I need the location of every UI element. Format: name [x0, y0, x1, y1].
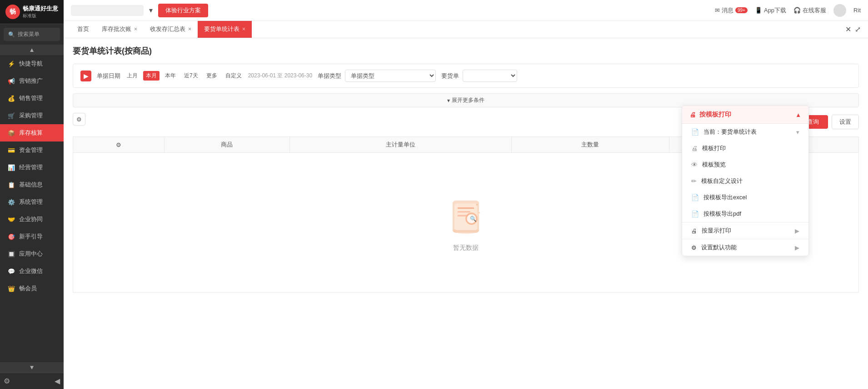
print-dropdown-header[interactable]: 🖨 按模板打印 ▲ [682, 106, 808, 124]
sidebar-item-finance[interactable]: 💳 资金管理 [0, 141, 64, 159]
svg-text:🔍: 🔍 [470, 216, 477, 222]
template-preview-item[interactable]: 👁 模板预览 [682, 157, 808, 173]
sidebar-item-enterprise-wechat[interactable]: 💬 企业微信 [0, 263, 64, 280]
col-goods: 商品 [164, 137, 289, 153]
order-type-label: 单据类型 [318, 72, 341, 80]
filter-expand-icon-button[interactable]: ▶ [80, 71, 91, 81]
tab-batch-account[interactable]: 库存批次账 × [95, 21, 144, 38]
messages-icon: ✉ [715, 7, 720, 14]
tab-close-batch-account[interactable]: × [134, 26, 137, 32]
sidebar-logo: 畅 畅康通好生意 标准版 [0, 0, 64, 24]
system-icon: ⚙️ [7, 198, 15, 206]
date-btn-prev-month[interactable]: 上月 [124, 71, 140, 81]
sidebar-item-inventory[interactable]: 📦 库存核算 [0, 124, 64, 141]
template-print-item[interactable]: 🖨 模板打印 [682, 140, 808, 157]
sidebar-item-operations[interactable]: 📊 经营管理 [0, 159, 64, 176]
app-download-item[interactable]: 📱 App下载 [755, 6, 786, 15]
sidebar-item-enterprise[interactable]: 🤝 企业协同 [0, 211, 64, 228]
newbie-icon: 🎯 [7, 232, 15, 241]
goods-select[interactable] [463, 70, 517, 82]
print-dropdown-menu: 🖨 按模板打印 ▲ 📄 当前：要货单统计表 ▾ 🖨 模板打印 👁 模板预览 ✏ [682, 106, 809, 256]
goods-filter-group: 要货单 [441, 70, 517, 82]
settings-button-main[interactable]: 设置 [832, 115, 859, 129]
date-label: 单据日期 [97, 72, 120, 80]
toolbar: ⚙ [73, 113, 85, 126]
online-service-item[interactable]: 🎧 在线客服 [793, 6, 826, 15]
col-unit: 主计量单位 [289, 137, 511, 153]
default-function-item[interactable]: ⚙ 设置默认功能 ▶ [682, 239, 808, 256]
sidebar-scroll-down-button[interactable]: ▼ [0, 362, 64, 373]
settings-button[interactable]: ⚙ [4, 377, 10, 385]
app-center-icon: 🔲 [7, 250, 15, 258]
date-range-label: 2023-06-01 至 2023-06-30 [248, 72, 312, 80]
tab-close-order-summary[interactable]: × [242, 26, 245, 32]
marketing-icon: 📢 [7, 77, 15, 85]
display-print-section: 🖨 按显示打印 ▶ [682, 222, 808, 239]
sidebar-item-app-center[interactable]: 🔲 应用中心 [0, 245, 64, 263]
col-settings[interactable]: ⚙ [73, 137, 165, 153]
phone-icon: 📱 [755, 7, 762, 14]
sidebar: 畅 畅康通好生意 标准版 🔍 搜索菜单 ▲ ⚡ 快捷导航 📢 营销推广 💰 销售… [0, 0, 64, 389]
template-export-pdf-item[interactable]: 📄 按模板导出pdf [682, 206, 808, 222]
sidebar-scroll-up-button[interactable]: ▲ [0, 45, 64, 55]
sidebar-nav: ⚡ 快捷导航 📢 营销推广 💰 销售管理 🛒 采购管理 📦 库存核算 💳 资金管… [0, 55, 64, 362]
search-menu-button[interactable]: 🔍 搜索菜单 [4, 28, 60, 41]
print-current-template-item[interactable]: 📄 当前：要货单统计表 ▾ [682, 124, 808, 140]
current-chevron-icon: ▾ [796, 129, 799, 136]
sidebar-item-quick-nav[interactable]: ⚡ 快捷导航 [0, 55, 64, 72]
order-type-select[interactable]: 单据类型 [345, 70, 436, 82]
default-function-icon: ⚙ [691, 244, 697, 251]
topbar-dropdown-button[interactable]: ▾ [149, 6, 153, 15]
date-btn-current-month[interactable]: 本月 [143, 71, 160, 81]
sidebar-item-system[interactable]: ⚙️ 系统管理 [0, 193, 64, 211]
template-preview-icon: 👁 [691, 161, 698, 168]
template-custom-icon: ✏ [691, 177, 697, 185]
sidebar-item-vip[interactable]: 👑 畅会员 [0, 280, 64, 297]
sidebar-item-basic[interactable]: 📋 基础信息 [0, 176, 64, 193]
table-settings-icon[interactable]: ⚙ [73, 113, 85, 126]
display-print-icon: 🖨 [691, 227, 697, 234]
tab-close-collection-summary[interactable]: × [188, 26, 191, 32]
date-btn-custom[interactable]: 自定义 [223, 71, 244, 81]
goods-label: 要货单 [441, 72, 459, 80]
default-function-section: ⚙ 设置默认功能 ▶ [682, 239, 808, 256]
chevron-down-icon: ▾ [447, 97, 450, 104]
avatar[interactable] [833, 4, 846, 17]
date-btn-more[interactable]: 更多 [204, 71, 220, 81]
template-export-excel-item[interactable]: 📄 按模板导出excel [682, 189, 808, 206]
date-btn-last-7-days[interactable]: 近7天 [181, 71, 201, 81]
tab-order-summary[interactable]: 要货单统计表 × [198, 21, 252, 38]
page-maximize-button[interactable]: ⤢ [855, 25, 861, 34]
display-print-item[interactable]: 🖨 按显示打印 ▶ [682, 222, 808, 239]
logo-text: 畅康通好生意 标准版 [23, 5, 58, 19]
sidebar-item-purchase[interactable]: 🛒 采购管理 [0, 107, 64, 124]
collapse-button[interactable]: ◀ [55, 377, 60, 385]
page-close-button[interactable]: ✕ [845, 25, 851, 34]
page-title: 要货单统计表(按商品) [73, 45, 859, 56]
sidebar-search-container: 🔍 搜索菜单 [0, 24, 64, 45]
date-btn-current-year[interactable]: 本年 [162, 71, 179, 81]
messages-item[interactable]: ✉ 消息 99+ [715, 6, 748, 15]
messages-badge: 99+ [735, 7, 748, 13]
trial-solution-button[interactable]: 体验行业方案 [158, 4, 208, 17]
quick-nav-icon: ⚡ [7, 60, 15, 68]
svg-rect-4 [458, 211, 470, 212]
vip-icon: 👑 [7, 284, 15, 293]
current-template-icon: 📄 [691, 128, 699, 136]
template-custom-design-item[interactable]: ✏ 模板自定义设计 [682, 173, 808, 189]
purchase-icon: 🛒 [7, 111, 15, 120]
sidebar-item-marketing[interactable]: 📢 营销推广 [0, 72, 64, 90]
topbar-search-input[interactable] [71, 5, 144, 16]
topbar-actions: ✉ 消息 99+ 📱 App下载 🎧 在线客服 Rit [715, 4, 861, 17]
topbar: ▾ 体验行业方案 ✉ 消息 99+ 📱 App下载 🎧 在线客服 Rit [64, 0, 868, 21]
enterprise-wechat-icon: 💬 [7, 267, 15, 275]
sidebar-item-newbie[interactable]: 🎯 新手引导 [0, 228, 64, 245]
svg-text:✦: ✦ [478, 211, 481, 214]
svg-text:✦: ✦ [475, 202, 479, 207]
tab-home[interactable]: 首页 [71, 21, 95, 38]
headset-icon: 🎧 [793, 7, 801, 14]
tab-collection-summary[interactable]: 收发存汇总表 × [144, 21, 198, 38]
content-area: 要货单统计表(按商品) ▶ 单据日期 上月 本月 本年 近7天 更多 自定义 2… [64, 38, 868, 389]
chevron-up-icon: ▲ [795, 111, 801, 118]
sidebar-item-sales[interactable]: 💰 销售管理 [0, 90, 64, 107]
